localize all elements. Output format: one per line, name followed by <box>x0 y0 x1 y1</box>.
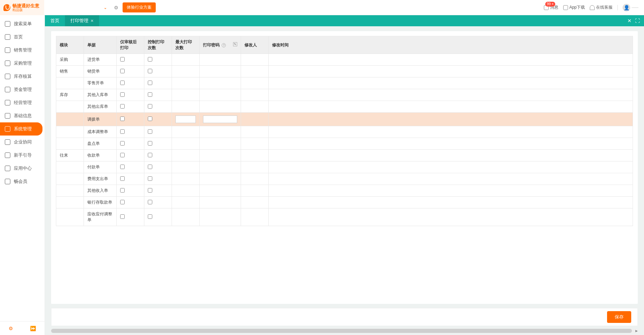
table-row: 零售开单 <box>56 77 633 89</box>
checkbox-audit[interactable] <box>120 129 125 134</box>
cell-max <box>172 101 200 113</box>
cell-audit <box>117 197 144 208</box>
messages-button[interactable]: 99 + 消息 <box>544 4 558 10</box>
cell-doc: 银行存取款单 <box>84 197 117 208</box>
checkbox-ctrl[interactable] <box>148 214 152 219</box>
save-button[interactable]: 保存 <box>607 311 631 323</box>
sidebar-item-7[interactable]: 基础信息 <box>0 109 45 122</box>
checkbox-audit[interactable] <box>120 200 125 204</box>
checkbox-ctrl[interactable] <box>148 188 152 193</box>
app-download-button[interactable]: App下载 <box>563 4 585 10</box>
checkbox-audit[interactable] <box>120 141 125 146</box>
cell-max <box>172 126 200 138</box>
table-row: 库存其他入库单 <box>56 89 633 101</box>
print-password-input[interactable] <box>203 115 237 123</box>
tab-home[interactable]: 首页 <box>45 15 65 26</box>
cell-doc: 零售开单 <box>84 77 117 89</box>
cell-audit <box>117 138 144 150</box>
sidebar-item-label: 企业协同 <box>14 139 32 145</box>
settings-icon[interactable]: ⚙ <box>9 326 13 331</box>
cell-user <box>241 208 269 226</box>
sidebar-item-5[interactable]: 资金管理 <box>0 83 45 96</box>
edit-icon[interactable]: ✎ <box>233 42 237 46</box>
cell-module: 销售 <box>56 66 84 77</box>
horizontal-scrollbar[interactable]: ◀ ▶ <box>51 329 638 333</box>
fullscreen-icon[interactable]: ⛶ <box>635 18 640 24</box>
checkbox-ctrl[interactable] <box>148 57 152 62</box>
industry-plan-button[interactable]: 体验行业方案 <box>123 2 156 12</box>
checkbox-ctrl[interactable] <box>148 92 152 97</box>
cell-pwd <box>200 161 241 173</box>
sidebar-item-10[interactable]: 新手引导 <box>0 149 45 162</box>
checkbox-audit[interactable] <box>120 214 125 219</box>
gear-icon[interactable]: ⚙ <box>114 5 118 10</box>
sidebar-item-label: 系统管理 <box>14 126 32 132</box>
sidebar-item-label: 库存核算 <box>14 73 32 80</box>
th-time: 修改时间 <box>269 36 633 54</box>
sidebar-item-4[interactable]: 库存核算 <box>0 70 45 83</box>
checkbox-ctrl[interactable] <box>148 117 152 121</box>
checkbox-audit[interactable] <box>120 69 125 73</box>
checkbox-ctrl[interactable] <box>148 200 152 204</box>
table-row: 调拨单 <box>56 113 633 126</box>
tabs: 首页 打印管理 ✕ ✕ ⛶ <box>45 15 644 26</box>
sidebar-item-3[interactable]: 采购管理 <box>0 57 45 70</box>
cell-max <box>172 54 200 66</box>
cell-doc: 盘点单 <box>84 138 117 150</box>
cell-module <box>56 101 84 113</box>
checkbox-ctrl[interactable] <box>148 176 152 181</box>
cell-user <box>241 161 269 173</box>
checkbox-audit[interactable] <box>120 188 125 193</box>
print-settings-table: 模块 单据 仅审核后打印 控制打印次数 最大打印次数 打印密码 ? ✎ 修改人 … <box>56 36 633 226</box>
cell-doc: 其他出库单 <box>84 101 117 113</box>
checkbox-ctrl[interactable] <box>148 165 152 169</box>
support-button[interactable]: 在线客服 <box>590 4 613 10</box>
sidebar-item-2[interactable]: 销售管理 <box>0 44 45 57</box>
sidebar-item-8[interactable]: 系统管理 <box>0 122 42 136</box>
tab-print-management[interactable]: 打印管理 ✕ <box>65 15 99 26</box>
checkbox-audit[interactable] <box>120 117 125 121</box>
help-icon[interactable]: ? <box>222 43 226 47</box>
max-print-input[interactable] <box>175 115 196 123</box>
cell-max <box>172 66 200 77</box>
cell-ctrl <box>144 101 172 113</box>
close-icon[interactable]: ✕ <box>90 19 94 23</box>
scroll-right-icon[interactable]: ▶ <box>634 329 638 333</box>
tab-close-all-icon[interactable]: ✕ <box>627 18 632 24</box>
checkbox-ctrl[interactable] <box>148 104 152 109</box>
checkbox-audit[interactable] <box>120 57 125 62</box>
table-row: 其他收入单 <box>56 185 633 197</box>
checkbox-ctrl[interactable] <box>148 153 152 157</box>
checkbox-ctrl[interactable] <box>148 141 152 146</box>
checkbox-audit[interactable] <box>120 153 125 157</box>
checkbox-audit[interactable] <box>120 176 125 181</box>
logo[interactable]: 畅捷通好生意 精品版 <box>0 0 44 15</box>
sidebar-icon <box>5 179 10 184</box>
checkbox-audit[interactable] <box>120 81 125 85</box>
collapse-icon[interactable]: ⏩ <box>30 326 36 331</box>
cell-time <box>269 150 633 161</box>
org-selector[interactable]: ⌄ <box>48 5 110 10</box>
sidebar-item-label: 首页 <box>14 34 23 40</box>
sidebar-item-1[interactable]: 首页 <box>0 30 45 44</box>
cell-pwd <box>200 54 241 66</box>
sidebar-item-11[interactable]: 应用中心 <box>0 162 45 175</box>
checkbox-audit[interactable] <box>120 104 125 109</box>
user-menu[interactable]: 👤 <box>623 4 638 11</box>
cell-time <box>269 138 633 150</box>
sidebar-item-12[interactable]: 畅会员 <box>0 175 45 188</box>
cell-ctrl <box>144 54 172 66</box>
checkbox-ctrl[interactable] <box>148 81 152 85</box>
sidebar-item-9[interactable]: 企业协同 <box>0 136 45 149</box>
cell-time <box>269 126 633 138</box>
checkbox-audit[interactable] <box>120 165 125 169</box>
phone-icon <box>563 5 568 10</box>
checkbox-audit[interactable] <box>120 92 125 97</box>
scrollbar-thumb[interactable] <box>51 329 632 333</box>
sidebar-item-6[interactable]: 经营管理 <box>0 96 45 109</box>
cell-doc: 调拨单 <box>84 113 117 126</box>
checkbox-ctrl[interactable] <box>148 129 152 134</box>
checkbox-ctrl[interactable] <box>148 69 152 73</box>
cell-module <box>56 185 84 197</box>
sidebar-item-0[interactable]: 搜索菜单 <box>0 17 45 30</box>
